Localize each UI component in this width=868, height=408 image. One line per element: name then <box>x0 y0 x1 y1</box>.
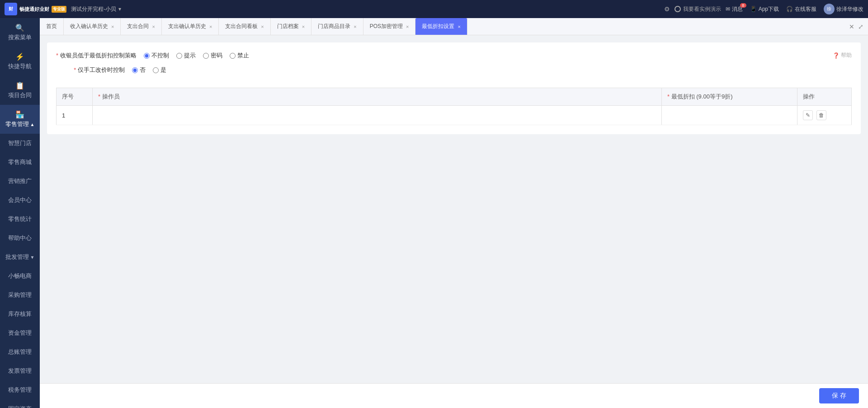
help-link-label: 帮助 <box>841 52 852 59</box>
cell-action: ✎ 🗑 <box>797 106 852 125</box>
cell-operator[interactable] <box>93 106 662 125</box>
sidebar-item-retail-stats[interactable]: 零售统计 <box>0 210 40 229</box>
sidebar-item-project[interactable]: 📋 项目合同 <box>0 76 40 105</box>
messages-button[interactable]: ✉ 消息 8 <box>726 5 743 13</box>
tab-payment-contract-close[interactable]: × <box>152 24 155 29</box>
tab-pos-pwd[interactable]: POS加密管理 × <box>363 18 416 35</box>
edit-button[interactable]: ✎ <box>803 110 813 120</box>
strategy-forbidden-input[interactable] <box>230 53 236 59</box>
tab-store-file-label: 门店档案 <box>277 23 299 30</box>
tab-payment-board[interactable]: 支出合同看板 × <box>219 18 270 35</box>
sidebar-item-shortcut[interactable]: ⚡ 快捷导航 <box>0 47 40 76</box>
col-action-header: 操作 <box>797 88 852 106</box>
sidebar-item-ledger[interactable]: 总账管理 <box>0 342 40 361</box>
tab-home[interactable]: 首页 <box>40 18 64 35</box>
manual-no-input[interactable] <box>132 67 138 73</box>
close-all-icon[interactable]: ✕ <box>849 23 854 30</box>
col-operator-header: * 操作员 <box>93 88 662 106</box>
maximize-icon[interactable]: ⤢ <box>858 23 863 30</box>
app-download-icon: 📱 <box>750 6 757 12</box>
sidebar-label-retail-stats: 零售统计 <box>8 215 32 223</box>
sidebar-item-assets[interactable]: 固定资产 <box>0 399 40 408</box>
help-link[interactable]: ❓ 帮助 <box>833 52 852 59</box>
main-card: 收银员低于最低折扣控制策略 不控制 提示 <box>47 42 861 134</box>
tab-min-discount[interactable]: 最低折扣设置 × <box>415 18 467 35</box>
retail-arrow-icon: ▲ <box>30 122 35 127</box>
sidebar-item-wholesale[interactable]: 批发管理 ▼ <box>0 248 40 267</box>
sidebar-label-shortcut: 快捷导航 <box>8 62 32 70</box>
tab-payment-confirm[interactable]: 支出确认单历史 × <box>162 18 219 35</box>
strategy-remind[interactable]: 提示 <box>176 52 196 60</box>
project-dropdown-icon[interactable]: ▾ <box>118 6 121 12</box>
tab-income-confirm[interactable]: 收入确认单历史 × <box>64 18 121 35</box>
search-icon: 🔍 <box>15 23 24 32</box>
sidebar-item-online-mall[interactable]: 零售商城 <box>0 153 40 172</box>
tab-store-goods-close[interactable]: × <box>354 24 356 29</box>
strategy-forbidden[interactable]: 禁止 <box>230 52 249 60</box>
tab-min-discount-close[interactable]: × <box>458 24 460 29</box>
demo-link[interactable]: 我要看实例演示 <box>675 5 721 13</box>
wholesale-arrow-icon: ▼ <box>30 255 35 260</box>
sidebar-item-marketing[interactable]: 营销推广 <box>0 172 40 191</box>
tab-store-file-close[interactable]: × <box>302 24 305 29</box>
sidebar-item-finance[interactable]: 资金管理 <box>0 324 40 342</box>
app-download-button[interactable]: 📱 App下载 <box>750 5 779 13</box>
sidebar-label-wholesale: 批发管理 <box>5 253 29 261</box>
tab-income-confirm-close[interactable]: × <box>111 24 114 29</box>
demo-circle-icon <box>675 6 681 12</box>
manual-yes[interactable]: 是 <box>153 66 166 74</box>
tab-payment-contract[interactable]: 支出合同 × <box>121 18 161 35</box>
sidebar-label-smart-store: 智慧门店 <box>8 139 32 147</box>
tab-pos-pwd-close[interactable]: × <box>406 24 409 29</box>
tabbar: 首页 收入确认单历史 × 支出合同 × 支出确认单历史 × 支出合同看板 × 门… <box>40 18 868 35</box>
strategy-row: 收银员低于最低折扣控制策略 不控制 提示 <box>56 52 833 60</box>
main-layout: 🔍 搜索菜单 ⚡ 快捷导航 📋 项目合同 🏪 零售管理 ▲ 智慧门店 零售商城 … <box>0 18 868 408</box>
project-selector[interactable]: 测试分开完程-小贝 ▾ <box>71 5 660 13</box>
topbar: 财 畅捷通好业财 专业版 测试分开完程-小贝 ▾ ⚙ 我要看实例演示 ✉ 消息 … <box>0 0 868 18</box>
manual-no[interactable]: 否 <box>132 66 146 74</box>
sidebar-item-inventory[interactable]: 库存核算 <box>0 305 40 324</box>
sidebar-item-tax[interactable]: 税务管理 <box>0 380 40 399</box>
user-profile-button[interactable]: 徐 徐泽华修改 <box>824 4 863 14</box>
tab-min-discount-label: 最低折扣设置 <box>422 23 454 30</box>
retail-icon: 🏪 <box>15 110 24 119</box>
tab-store-goods[interactable]: 门店商品目录 × <box>311 18 363 35</box>
tab-store-file[interactable]: 门店档案 × <box>271 18 311 35</box>
sidebar-item-retail[interactable]: 🏪 零售管理 ▲ <box>0 105 40 134</box>
delete-button[interactable]: 🗑 <box>816 110 826 120</box>
online-service-label: 在线客服 <box>795 5 816 13</box>
cell-min-discount[interactable] <box>662 106 797 125</box>
strategy-remind-input[interactable] <box>176 53 182 59</box>
col-seq-header: 序号 <box>57 88 93 106</box>
shortcut-icon: ⚡ <box>15 52 24 61</box>
online-service-button[interactable]: 🎧 在线客服 <box>786 5 816 13</box>
manual-yes-input[interactable] <box>153 67 159 73</box>
pro-badge: 专业版 <box>52 6 66 13</box>
settings-icon[interactable]: ⚙ <box>664 5 670 13</box>
project-icon: 📋 <box>15 81 24 90</box>
strategy-no-control-label: 不控制 <box>151 52 169 60</box>
tab-home-label: 首页 <box>46 23 57 30</box>
save-button[interactable]: 保 存 <box>819 388 859 403</box>
topbar-actions: ✉ 消息 8 📱 App下载 🎧 在线客服 徐 徐泽华修改 <box>726 4 863 14</box>
tab-payment-board-close[interactable]: × <box>261 24 264 29</box>
sidebar-label-ledger: 总账管理 <box>8 348 32 356</box>
sidebar-item-invoice[interactable]: 发票管理 <box>0 361 40 380</box>
sidebar-item-help[interactable]: 帮助中心 <box>0 229 40 248</box>
logo-icon: 财 <box>5 3 17 15</box>
sidebar-item-member[interactable]: 会员中心 <box>0 191 40 210</box>
strategy-no-control[interactable]: 不控制 <box>144 52 169 60</box>
sidebar-label-ecommerce: 小畅电商 <box>8 272 32 280</box>
sidebar: 🔍 搜索菜单 ⚡ 快捷导航 📋 项目合同 🏪 零售管理 ▲ 智慧门店 零售商城 … <box>0 18 40 408</box>
sidebar-item-ecommerce[interactable]: 小畅电商 <box>0 267 40 286</box>
sidebar-item-purchase[interactable]: 采购管理 <box>0 286 40 305</box>
strategy-no-control-input[interactable] <box>144 53 150 59</box>
sidebar-label-finance: 资金管理 <box>8 329 32 337</box>
sidebar-label-purchase: 采购管理 <box>8 291 32 299</box>
tab-payment-confirm-close[interactable]: × <box>209 24 212 29</box>
sidebar-item-search[interactable]: 🔍 搜索菜单 <box>0 18 40 47</box>
sidebar-item-smart-store[interactable]: 智慧门店 <box>0 134 40 153</box>
strategy-password[interactable]: 密码 <box>203 52 222 60</box>
tabbar-end: ✕ ⤢ <box>844 23 868 30</box>
strategy-password-input[interactable] <box>203 53 209 59</box>
